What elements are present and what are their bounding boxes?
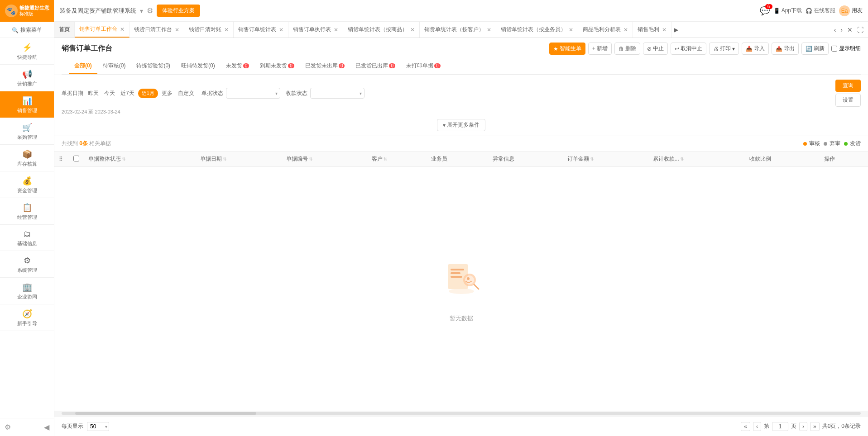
page-size-select[interactable]: 50 100 200 [87, 422, 109, 431]
page-last-btn[interactable]: » [810, 422, 820, 431]
tab-sales-workbench[interactable]: 销售订单工作台 ✕ [75, 22, 129, 38]
table-right-actions: 审核 弃审 发货 [803, 140, 861, 147]
subtab-shipped-not-out[interactable]: 已发货未出库0 [300, 58, 350, 74]
tab-sales-goods[interactable]: 销货单统计表（按商品） ✕ [343, 22, 420, 38]
new-btn[interactable]: + 新增 [588, 43, 612, 55]
topbar-solution-btn[interactable]: 体验行业方案 [157, 5, 200, 17]
date-btn-1month[interactable]: 近1月 [138, 89, 158, 98]
tab-sales-profit[interactable]: 销售毛利 ✕ [633, 22, 671, 38]
subtab-all[interactable]: 全部(0) [69, 58, 97, 74]
review-btn[interactable]: 审核 [803, 140, 820, 147]
tab-sales-customer[interactable]: 销货单统计表（按客户） ✕ [420, 22, 496, 38]
import-btn[interactable]: 📥 导入 [742, 43, 769, 55]
tab-sales-staff[interactable]: 销货单统计表（按业务员） ✕ [496, 22, 578, 38]
sidebar-item-sales[interactable]: 📊 销售管理 [0, 91, 54, 118]
date-btn-yesterday[interactable]: 昨天 [86, 89, 101, 98]
sidebar-item-inventory[interactable]: 📦 库存核算 [0, 145, 54, 171]
tab-sales-exec[interactable]: 销售订单执行表 ✕ [288, 22, 343, 38]
tab-sales-goods-close[interactable]: ✕ [410, 27, 415, 33]
tab-cash-daily[interactable]: 钱货日清工作台 ✕ [129, 22, 184, 38]
tab-action-next[interactable]: › [839, 25, 844, 34]
cancel-review-btn[interactable]: 弃审 [824, 140, 840, 147]
subtab-all-count: 0 [87, 62, 90, 69]
refresh-btn[interactable]: 🔄 刷新 [801, 43, 829, 55]
tab-sales-staff-close[interactable]: ✕ [569, 27, 573, 33]
th-cumulative[interactable]: 累计收款...⇅ [648, 152, 745, 167]
th-order-amount[interactable]: 订单金额⇅ [563, 152, 648, 167]
query-btn[interactable]: 查询 [835, 80, 861, 92]
filter-status-select[interactable] [226, 88, 280, 99]
th-status[interactable]: 单据整体状态⇅ [84, 152, 196, 167]
tab-expand[interactable]: ⛶ [855, 25, 865, 34]
sidebar-item-finance[interactable]: 💰 资金管理 [0, 171, 54, 198]
sidebar-item-system[interactable]: ⚙ 系统管理 [0, 251, 54, 278]
delete-btn[interactable]: 🗑 删除 [614, 43, 640, 55]
page-num-input[interactable] [772, 422, 788, 431]
inventory-icon: 📦 [22, 149, 32, 159]
tab-sales-stat-close[interactable]: ✕ [279, 27, 283, 33]
sidebar-item-search[interactable]: 🔍 搜索菜单 [0, 22, 54, 38]
th-customer[interactable]: 客户⇅ [367, 152, 427, 167]
tab-close-all[interactable]: ✕ [845, 25, 854, 34]
tab-cash-reconcile-close[interactable]: ✕ [224, 27, 229, 33]
user-name: 用友 [852, 7, 863, 14]
ship-btn[interactable]: 发货 [844, 140, 861, 147]
page-prev-btn[interactable]: ‹ [753, 422, 761, 431]
date-btn-7days[interactable]: 近7天 [119, 89, 136, 98]
topbar-dropdown-icon[interactable]: ▾ [140, 7, 143, 14]
tab-overflow-btn[interactable]: ▶ [671, 22, 681, 38]
app-download-btn[interactable]: 📱 App下载 [773, 7, 802, 14]
tab-sales-workbench-close[interactable]: ✕ [120, 26, 125, 33]
tab-sales-customer-close[interactable]: ✕ [487, 27, 491, 33]
date-btn-custom[interactable]: 自定义 [176, 89, 196, 98]
message-icon-btn[interactable]: 💬 6 [760, 6, 770, 16]
tab-action-prev[interactable]: ‹ [832, 25, 838, 34]
expand-filter-btn[interactable]: ▾ 展开更多条件 [437, 119, 485, 131]
tab-sales-exec-close[interactable]: ✕ [334, 27, 338, 33]
sidebar-item-purchase[interactable]: 🛒 采购管理 [0, 118, 54, 145]
filter-payment-select[interactable] [310, 88, 364, 99]
subtab-shipped-out[interactable]: 已发货已出库0 [350, 58, 401, 74]
sidebar-item-marketing[interactable]: 📢 营销推广 [0, 65, 54, 91]
cancel-suspend-btn[interactable]: ↩ 取消中止 [671, 43, 706, 55]
sidebar-item-basic-info[interactable]: 🗂 基础信息 [0, 225, 54, 251]
tab-sales-stat[interactable]: 销售订单统计表 ✕ [234, 22, 288, 38]
subtab-pending-review[interactable]: 待审核(0) [97, 58, 131, 74]
filter-settings-btn[interactable]: 设置 [835, 94, 861, 107]
subtab-overdue-unshipped[interactable]: 到期未发货0 [254, 58, 300, 74]
page-first-btn[interactable]: « [741, 422, 750, 431]
date-btn-more[interactable]: 更多 [160, 89, 174, 98]
settings-bottom-icon[interactable]: ⚙ [5, 423, 11, 431]
online-service-btn[interactable]: 🎧 在线客服 [806, 7, 835, 14]
th-checkbox[interactable] [69, 152, 84, 167]
subtab-pending-inspect[interactable]: 待拣货验货(0) [131, 58, 176, 74]
collapse-sidebar-icon[interactable]: ◀ [44, 423, 49, 431]
subtab-unprinted[interactable]: 未打印单据0 [401, 58, 446, 74]
date-btn-today[interactable]: 今天 [102, 89, 117, 98]
scroll-bar-thumb[interactable] [75, 412, 256, 415]
sidebar-item-guide[interactable]: 🧭 新手引导 [0, 304, 54, 331]
user-area[interactable]: Ea 用友 [839, 5, 863, 16]
smart-create-btn[interactable]: ★ 智能生单 [549, 43, 585, 55]
export-btn[interactable]: 📤 导出 [772, 43, 799, 55]
tab-cash-daily-close[interactable]: ✕ [175, 27, 179, 33]
tab-gross-profit-close[interactable]: ✕ [623, 27, 628, 33]
show-detail-input[interactable] [831, 46, 837, 52]
topbar-gear-icon[interactable]: ⚙ [147, 6, 153, 15]
sidebar-item-quick[interactable]: ⚡ 快捷导航 [0, 38, 54, 65]
tab-gross-profit[interactable]: 商品毛利分析表 ✕ [578, 22, 633, 38]
th-number[interactable]: 单据编号⇅ [282, 152, 367, 167]
page-next-btn[interactable]: › [799, 422, 807, 431]
subtab-wangpu-pending[interactable]: 旺铺待发货(0) [176, 58, 221, 74]
show-detail-checkbox[interactable]: 显示明细 [831, 45, 861, 52]
tab-cash-reconcile[interactable]: 钱货日清对账 ✕ [184, 22, 234, 38]
tab-sales-profit-close[interactable]: ✕ [662, 27, 667, 33]
tab-home[interactable]: 首页 [54, 22, 75, 38]
print-btn[interactable]: 🖨 打印 ▾ [709, 43, 739, 55]
suspend-btn[interactable]: ⊘ 中止 [643, 43, 668, 55]
sidebar-item-corp[interactable]: 🏢 企业协同 [0, 278, 54, 304]
th-date[interactable]: 单据日期⇅ [196, 152, 281, 167]
subtab-unshipped[interactable]: 未发货0 [221, 58, 255, 74]
sidebar-item-operations[interactable]: 📋 经营管理 [0, 198, 54, 225]
select-all-checkbox[interactable] [73, 156, 79, 161]
